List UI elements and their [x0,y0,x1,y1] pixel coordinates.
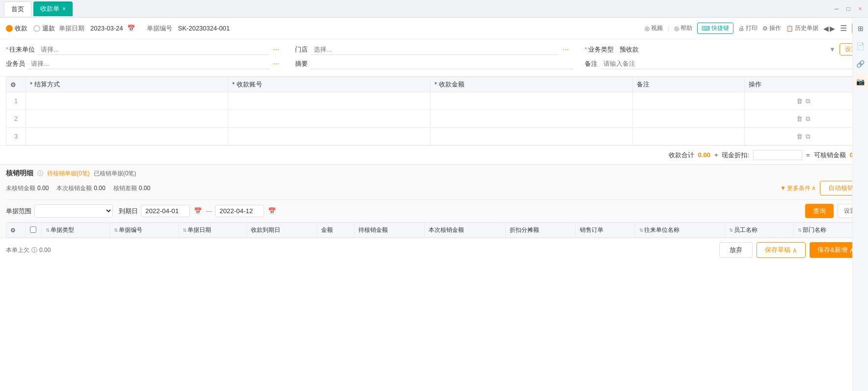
tab-home[interactable]: 首页 [4,1,31,16]
lower-table-settings-col[interactable]: ⚙ [6,223,26,238]
unchecked-label: 未核销金额 [6,184,35,193]
video-button[interactable]: ◎ 视频 [645,24,663,32]
biz-type-value: 预收款 [617,44,829,56]
due-date-to-input[interactable] [215,205,264,217]
account-cell-1[interactable] [228,92,431,110]
copy-icon-2[interactable]: ⧉ [806,115,810,123]
last-due-label: 本单上欠 [6,246,29,254]
biz-type-dropdown-icon[interactable]: ▼ [829,46,836,53]
help-button[interactable]: ◎ 帮助 [674,24,692,32]
side-capture-icon[interactable]: 📷 [854,75,868,88]
select-all-checkbox[interactable] [30,226,36,233]
prev-arrow[interactable]: ◀ [823,25,829,32]
refund-radio-label: 退款 [42,24,55,33]
history-button[interactable]: 📋 历史单据 [786,24,818,32]
operation-button[interactable]: ⚙ 操作 [762,24,781,32]
shop-label: 门店 [295,45,308,54]
delete-icon-1[interactable]: 🗑 [796,97,803,105]
help-label: 帮助 [680,24,692,32]
calendar-icon[interactable]: 📅 [127,25,135,32]
amount-cell-3[interactable] [431,128,633,145]
shortcut-button[interactable]: ⌨ 快捷键 [697,23,733,34]
remark-cell-2[interactable] [633,110,745,128]
close-window-button[interactable]: × [856,5,864,13]
col-doc-num: ⇅单据编号 [110,223,178,238]
done-tab[interactable]: 已核销单据(0笔) [94,169,136,178]
remark-label: 备注 [585,59,597,68]
salesperson-field: 业务员 ··· [6,58,283,69]
discount-input[interactable] [753,150,802,160]
print-button[interactable]: 🖨 打印 [738,24,758,32]
info-icon[interactable]: ⓘ [31,246,37,254]
unchecked-amount-item: 未核销金额 0.00 [6,184,49,193]
history-label: 历史单据 [795,24,818,32]
summary-field: 摘要 [295,58,572,69]
amount-cell-2[interactable] [431,110,633,128]
shop-input[interactable] [311,44,558,55]
amount-cell-1[interactable] [431,92,633,110]
due-date-from-input[interactable] [141,205,190,217]
delete-icon-2[interactable]: 🗑 [796,115,803,123]
table-settings-col[interactable]: ⚙ [6,77,26,92]
keyboard-icon: ⌨ [702,25,710,32]
toolbar-row: 收款 退款 单据日期 2023-03-24 📅 单据编号 SK-20230324… [0,18,868,39]
next-arrow[interactable]: ▶ [830,25,835,32]
salesperson-label: 业务员 [6,59,25,68]
checkbox-col[interactable] [26,223,42,238]
discard-button[interactable]: 放弃 [719,242,753,258]
verifiable-label: 可核销金额 [814,151,846,160]
print-icon: 🖨 [738,25,744,32]
calendar-to-icon[interactable]: 📅 [268,207,276,215]
discount-label: 现金折扣: [722,151,749,160]
more-filter-button[interactable]: ▼ 更多条件 ∧ [780,184,816,193]
close-icon[interactable]: × [62,1,66,16]
minimize-button[interactable]: ─ [833,5,841,13]
side-table-icon[interactable]: ⊞ [854,22,868,35]
remark-cell-1[interactable] [633,92,745,110]
pending-tab[interactable]: 待核销单据(0笔) [47,169,90,178]
receipt-radio[interactable]: 收款 [6,24,27,33]
copy-icon-3[interactable]: ⧉ [806,133,810,140]
side-doc-icon[interactable]: 📄 [854,39,868,53]
col-doc-date: ⇅单据日期 [178,223,246,238]
draft-button[interactable]: 保存草稿 ∧ [757,242,806,258]
salesperson-more-button[interactable]: ··· [269,59,283,68]
delete-icon-3[interactable]: 🗑 [796,133,803,140]
calendar-from-icon[interactable]: 📅 [194,207,202,215]
counterpart-input[interactable] [38,44,269,55]
shop-more-button[interactable]: ··· [558,45,572,54]
toolbar-right: ◎ 视频 | ◎ 帮助 ⌨ 快捷键 🖨 打印 ⚙ 操作 📋 历史单据 [645,23,862,34]
verify-info-icon[interactable]: ⓘ [37,169,43,178]
shortcut-label: 快捷键 [711,24,729,32]
salesperson-input[interactable] [28,58,269,69]
settle-cell-3[interactable] [26,128,228,145]
filter-icon: ▼ [780,185,786,192]
side-link-icon[interactable]: 🔗 [854,57,868,71]
col-due-date: 收款到期日 [246,223,317,238]
verify-section: 核销明细 ⓘ 待核销单据(0笔) 已核销单据(0笔) 未核销金额 0.00 本次… [0,164,868,238]
copy-icon-1[interactable]: ⧉ [806,97,810,105]
range-select[interactable] [34,204,113,218]
query-button[interactable]: 查询 [805,204,834,218]
summary-input[interactable] [311,58,572,69]
total-label1: 收款合计 [669,151,694,160]
table-row: 3 🗑 ⧉ [6,128,862,145]
counterpart-more-button[interactable]: ··· [269,45,283,54]
tab-receipt[interactable]: 收款单 × [33,1,73,16]
maximize-button[interactable]: □ [844,5,852,13]
account-cell-2[interactable] [228,110,431,128]
remark-cell-3[interactable] [633,128,745,145]
remark-input[interactable] [600,58,862,69]
col-sales-order: 销售订单 [575,223,635,238]
settle-cell-1[interactable] [26,92,228,110]
summary-label: 摘要 [295,59,308,68]
unchecked-value: 0.00 [37,185,49,192]
save-new-label: 保存&新增 [817,246,847,254]
chevron-up-icon: ∧ [812,185,816,192]
list-view-icon[interactable]: ☰ [840,24,847,33]
refund-radio[interactable]: 退款 [33,24,55,33]
account-cell-3[interactable] [228,128,431,145]
settle-cell-2[interactable] [26,110,228,128]
verify-table: ⚙ ⇅单据类型 ⇅单据编号 ⇅单据日期 收款到期日 金额 待核销金额 本次核销金… [6,223,862,238]
receipt-radio-dot [6,25,13,32]
